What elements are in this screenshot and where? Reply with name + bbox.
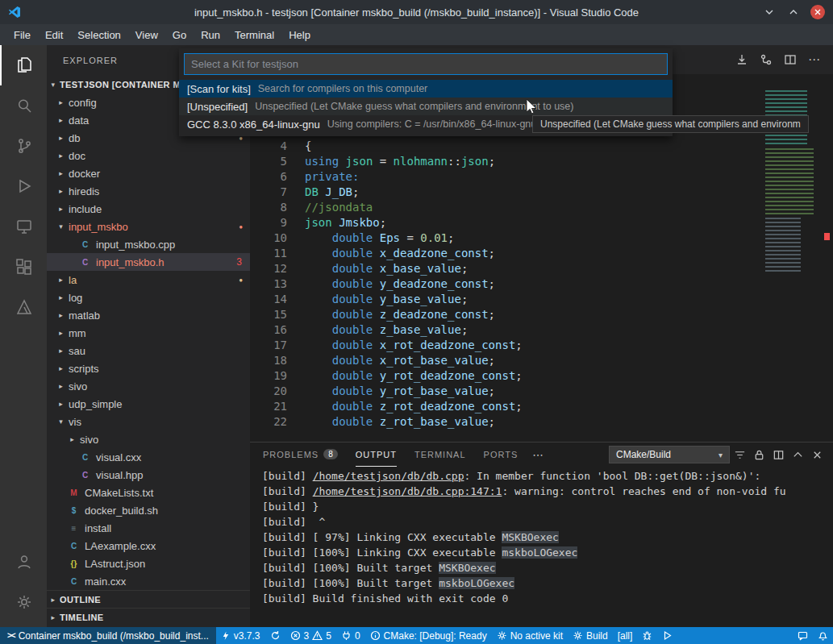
outline-section-header[interactable]: ▸ OUTLINE bbox=[47, 590, 250, 608]
menu-edit[interactable]: Edit bbox=[38, 27, 70, 44]
panel-tab-output[interactable]: OUTPUT bbox=[356, 442, 397, 467]
split-editor-icon[interactable] bbox=[784, 53, 797, 66]
problems-status-item[interactable]: 3 5 bbox=[285, 627, 336, 644]
file-type-icon-h: C bbox=[79, 471, 91, 480]
tree-file-input_mskbo.h[interactable]: Cinput_mskbo.h3 bbox=[47, 253, 250, 271]
lock-scroll-icon[interactable] bbox=[749, 449, 768, 461]
timeline-section-header[interactable]: ▸ TIMELINE bbox=[47, 608, 250, 625]
outline-section-label: OUTLINE bbox=[60, 595, 101, 605]
output-console[interactable]: [build] /home/testjson/db/db.cpp: In mem… bbox=[250, 468, 833, 627]
tree-file-install[interactable]: ≡install bbox=[47, 519, 250, 537]
run-debug-icon[interactable] bbox=[0, 166, 47, 206]
tree-folder-mm[interactable]: ▸mm bbox=[47, 324, 250, 342]
panel-tab-problems[interactable]: PROBLEMS8 bbox=[263, 442, 338, 467]
tree-folder-scripts[interactable]: ▸scripts bbox=[47, 359, 250, 377]
output-line: [build] } bbox=[262, 499, 833, 514]
notifications-bell-icon[interactable] bbox=[813, 627, 833, 644]
accounts-icon[interactable] bbox=[0, 542, 47, 582]
tree-item-label: log bbox=[69, 292, 82, 304]
tree-file-main.cxx[interactable]: Cmain.cxx bbox=[47, 572, 250, 590]
build-button[interactable]: Build bbox=[568, 627, 613, 644]
tree-file-CMakeLists.txt[interactable]: MCMakeLists.txt bbox=[47, 484, 250, 501]
chevron-down-icon: ▾ bbox=[55, 222, 67, 231]
code-line: 6private: bbox=[250, 169, 523, 185]
quickpick-item[interactable]: [Unspecified]Unspecified (Let CMake gues… bbox=[179, 98, 673, 115]
menu-help[interactable]: Help bbox=[281, 27, 318, 44]
tree-folder-sau[interactable]: ▸sau bbox=[47, 342, 250, 359]
explorer-view-icon[interactable] bbox=[0, 45, 47, 85]
tree-folder-matlab[interactable]: ▸matlab bbox=[47, 306, 250, 324]
chevron-right-icon: ▸ bbox=[55, 382, 67, 390]
file-type-icon-cmake: M bbox=[68, 488, 80, 497]
chevron-right-icon: ▸ bbox=[55, 293, 67, 301]
cmake-version-item[interactable]: v3.7.3 bbox=[216, 627, 265, 644]
open-changes-icon[interactable] bbox=[760, 53, 773, 66]
tree-folder-la[interactable]: ▸la● bbox=[47, 271, 250, 289]
tree-folder-udp_simple[interactable]: ▸udp_simple bbox=[47, 395, 250, 413]
output-channel-select[interactable]: CMake/Build ▾ bbox=[609, 446, 730, 463]
build-target-item[interactable]: [all] bbox=[613, 627, 638, 644]
tree-folder-vis[interactable]: ▾vis bbox=[47, 413, 250, 430]
panel-more-tabs-icon[interactable]: ⋯ bbox=[532, 448, 544, 461]
minimize-button[interactable] bbox=[762, 5, 777, 19]
quickpick-input[interactable] bbox=[185, 58, 667, 70]
code-line: 21 double z_rot_deadzone_const; bbox=[250, 399, 523, 414]
tree-folder-docker[interactable]: ▸docker bbox=[47, 164, 250, 182]
download-icon[interactable] bbox=[735, 53, 748, 66]
tree-folder-log[interactable]: ▸log bbox=[47, 289, 250, 306]
kit-selector-item[interactable]: No active kit bbox=[492, 627, 568, 644]
more-actions-icon[interactable]: ⋯ bbox=[808, 52, 820, 67]
tree-folder-sivo[interactable]: ▸sivo bbox=[47, 377, 250, 395]
sync-status-item[interactable] bbox=[265, 627, 285, 644]
build-target-label: [all] bbox=[618, 630, 633, 642]
settings-gear-icon[interactable] bbox=[0, 582, 47, 622]
tree-folder-include[interactable]: ▸include bbox=[47, 200, 250, 218]
line-number: 19 bbox=[250, 368, 287, 384]
tree-file-LAstruct.json[interactable]: {}LAstruct.json bbox=[47, 555, 250, 572]
menu-terminal[interactable]: Terminal bbox=[227, 27, 281, 44]
source-control-icon[interactable] bbox=[0, 126, 47, 166]
remote-explorer-icon[interactable] bbox=[0, 206, 47, 247]
menu-file[interactable]: File bbox=[6, 27, 38, 44]
tree-folder-doc[interactable]: ▸doc bbox=[47, 147, 250, 164]
quickpick-item[interactable]: [Scan for kits]Search for compilers on t… bbox=[179, 80, 673, 98]
open-output-in-editor-icon[interactable] bbox=[768, 449, 788, 461]
remote-indicator[interactable]: >< Container mskbo_build (/mskbo_build_i… bbox=[0, 627, 216, 644]
cmake-status-item[interactable]: CMake: [Debug]: Ready bbox=[365, 627, 492, 644]
menu-go[interactable]: Go bbox=[165, 27, 194, 44]
panel-tab-ports[interactable]: PORTS bbox=[484, 442, 519, 467]
tree-folder-input_mskbo[interactable]: ▾input_mskbo● bbox=[47, 218, 250, 235]
panel-tab-terminal[interactable]: TERMINAL bbox=[414, 442, 466, 467]
close-button[interactable] bbox=[810, 5, 825, 19]
filter-output-icon[interactable] bbox=[730, 449, 749, 461]
extensions-icon[interactable] bbox=[0, 247, 47, 287]
close-panel-icon[interactable] bbox=[807, 449, 827, 461]
tree-file-visual.hpp[interactable]: Cvisual.hpp bbox=[47, 466, 250, 484]
code-line: 20 double y_rot_base_value; bbox=[250, 384, 523, 399]
tree-file-docker_build.sh[interactable]: $docker_build.sh bbox=[47, 501, 250, 519]
file-type-icon-cpp: C bbox=[79, 240, 91, 249]
plug-icon bbox=[341, 630, 352, 641]
menu-selection[interactable]: Selection bbox=[70, 27, 127, 44]
launch-target-item[interactable] bbox=[657, 627, 677, 644]
cmake-view-icon[interactable] bbox=[0, 287, 47, 327]
workspace-section-label: TESTJSON [CONTAINER MS bbox=[60, 80, 187, 89]
output-line: [build] /home/testjson/db/db.cpp:147:1: … bbox=[262, 484, 833, 499]
feedback-icon[interactable] bbox=[793, 627, 813, 644]
search-icon[interactable] bbox=[0, 85, 47, 126]
output-line: [build] Build finished with exit code 0 bbox=[262, 591, 833, 606]
menu-view[interactable]: View bbox=[128, 27, 165, 44]
debug-launch-item[interactable] bbox=[637, 627, 657, 644]
tree-file-LAexample.cxx[interactable]: CLAexample.cxx bbox=[47, 537, 250, 555]
tree-file-input_mskbo.cpp[interactable]: Cinput_mskbo.cpp bbox=[47, 235, 250, 253]
menu-run[interactable]: Run bbox=[194, 27, 227, 44]
maximize-button[interactable] bbox=[786, 5, 801, 19]
tree-file-visual.cxx[interactable]: Cvisual.cxx bbox=[47, 448, 250, 466]
ports-status-item[interactable]: 0 bbox=[336, 627, 365, 644]
bug-icon bbox=[642, 630, 652, 641]
maximize-panel-icon[interactable] bbox=[788, 449, 807, 461]
line-number: 17 bbox=[250, 338, 287, 353]
tree-folder-sivo[interactable]: ▸sivo bbox=[47, 430, 250, 448]
tree-folder-hiredis[interactable]: ▸hiredis bbox=[47, 182, 250, 200]
line-number: 8 bbox=[250, 200, 287, 215]
